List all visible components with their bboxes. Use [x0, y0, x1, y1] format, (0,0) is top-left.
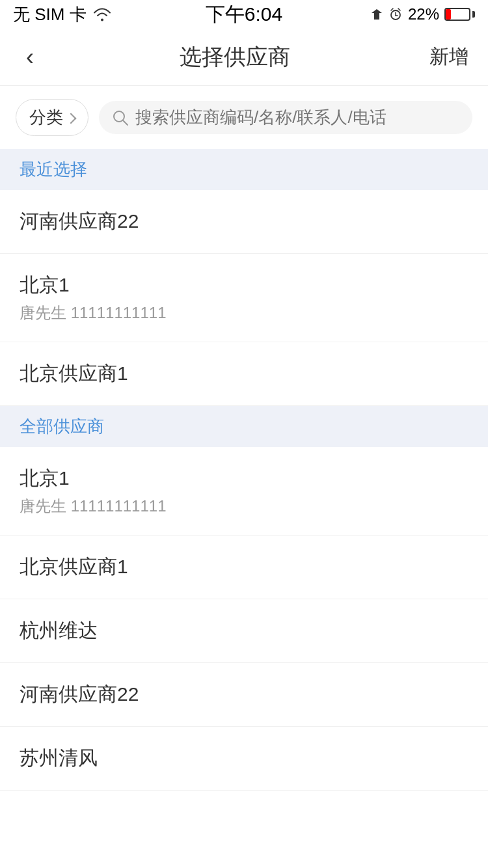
location-icon	[370, 8, 383, 21]
list-item[interactable]: 河南供应商22	[0, 663, 488, 727]
svg-line-6	[123, 120, 128, 125]
item-name: 北京供应商1	[20, 360, 468, 387]
category-filter[interactable]: 分类	[16, 99, 88, 136]
item-sub: 唐先生 11111111111	[20, 303, 468, 323]
list-item[interactable]: 苏州清风	[0, 727, 488, 791]
nav-bar: ‹ 选择供应商 新增	[0, 29, 488, 86]
list-item[interactable]: 河南供应商22	[0, 190, 488, 254]
item-name: 苏州清风	[20, 745, 468, 772]
category-label: 分类	[29, 106, 63, 129]
list-item[interactable]: 杭州维达	[0, 599, 488, 663]
wifi-icon	[93, 7, 111, 21]
item-name: 北京1	[20, 465, 468, 492]
section-header-recent: 最近选择	[0, 149, 488, 190]
svg-line-3	[391, 8, 393, 10]
add-button[interactable]: 新增	[429, 44, 468, 70]
supplier-list: 最近选择河南供应商22北京1唐先生 11111111111北京供应商1全部供应商…	[0, 149, 488, 791]
item-name: 北京1	[20, 272, 468, 299]
status-bar: 无 SIM 卡 下午6:04 22%	[0, 0, 488, 29]
battery-indicator	[444, 8, 475, 21]
alarm-icon	[388, 7, 403, 21]
list-item[interactable]: 北京供应商1	[0, 342, 488, 406]
chevron-right-icon	[66, 113, 77, 124]
item-name: 北京供应商1	[20, 554, 468, 580]
status-left: 无 SIM 卡	[13, 3, 111, 26]
item-sub: 唐先生 11111111111	[20, 496, 468, 517]
filter-bar: 分类	[0, 86, 488, 149]
item-name: 河南供应商22	[20, 208, 468, 235]
search-input[interactable]	[135, 107, 459, 128]
list-item[interactable]: 北京供应商1	[0, 536, 488, 599]
battery-percent: 22%	[408, 5, 439, 23]
item-name: 杭州维达	[20, 617, 468, 644]
list-item[interactable]: 北京1唐先生 11111111111	[0, 254, 488, 342]
search-box[interactable]	[99, 101, 472, 134]
svg-line-4	[398, 8, 400, 10]
back-button[interactable]: ‹	[20, 37, 40, 77]
item-name: 河南供应商22	[20, 681, 468, 708]
status-right: 22%	[370, 5, 475, 23]
list-item[interactable]: 北京1唐先生 11111111111	[0, 447, 488, 536]
page-title: 选择供应商	[180, 42, 290, 72]
section-header-all: 全部供应商	[0, 406, 488, 447]
status-time: 下午6:04	[206, 1, 282, 28]
search-icon	[112, 109, 129, 126]
carrier-label: 无 SIM 卡	[13, 3, 87, 26]
